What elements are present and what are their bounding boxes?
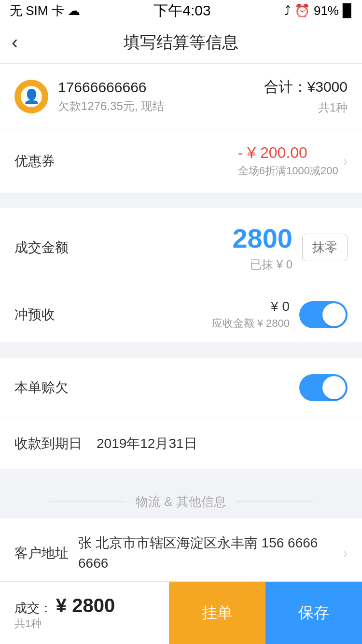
address-card: 客户地址 张 北京市市辖区海淀区永丰南 156 6666 6666 › [0,518,362,588]
precharge-label: 冲预收 [14,306,55,324]
coupon-amount: - ¥ 200.00 [238,144,338,162]
status-time: 下午4:03 [153,1,210,21]
deal-row: 成交金额 2800 已抹 ¥ 0 抹零 [0,208,362,287]
content: 👤 17666666666 欠款1276.35元, 现结 合计：¥3000 共1… [0,64,362,644]
precharge-right: ¥ 0 应收金额 ¥ 2800 [212,299,348,331]
section-divider: 物流 & 其他信息 [0,485,362,518]
duedate-label: 收款到期日 [14,434,82,453]
deal-amount: 2800 [232,223,292,254]
baddebt-toggle[interactable] [299,374,348,401]
nav-title: 填写结算等信息 [124,31,238,54]
total-sub: 共1种 [264,100,348,115]
save-button[interactable]: 保存 [265,582,362,644]
address-value: 张 北京市市辖区海淀区永丰南 156 6666 6666 [78,533,343,574]
avatar-icon: 👤 [21,86,42,107]
customer-total: 合计：¥3000 共1种 [264,77,348,115]
total-amount: 合计：¥3000 [264,77,348,97]
divider-2 [0,350,362,358]
section-divider-text: 物流 & 其他信息 [136,493,226,510]
customer-card: 👤 17666666666 欠款1276.35元, 现结 合计：¥3000 共1… [0,64,362,193]
customer-sub: 欠款1276.35元, 现结 [58,98,164,114]
summary-label: 成交： [14,601,52,615]
precharge-toggle[interactable] [299,301,348,328]
summary-amount: ¥ 2800 [56,595,115,616]
baddebt-label: 本单赊欠 [14,378,69,397]
battery-text: 91% [314,3,339,18]
deal-label: 成交金额 [14,238,69,257]
status-right: ⤴ ⏰ 91% ▉ [284,3,352,18]
precharge-main: ¥ 0 [212,299,290,314]
customer-info: 17666666666 欠款1276.35元, 现结 [58,79,164,114]
address-label: 客户地址 [14,544,69,562]
divider-line-right [236,502,313,502]
customer-phone: 17666666666 [58,79,164,96]
back-button[interactable]: ‹ [12,31,18,53]
divider-line-left [49,502,126,502]
precharge-row: 冲预收 ¥ 0 应收金额 ¥ 2800 [0,287,362,342]
coupon-sub: 全场6折满1000减200 [238,164,338,178]
baddebt-row: 本单赊欠 [0,358,362,418]
status-left: 无 SIM 卡 ☁ [10,2,80,19]
customer-row: 👤 17666666666 欠款1276.35元, 现结 合计：¥3000 共1… [0,64,362,129]
avatar: 👤 [14,80,48,113]
summary-sub: 共1种 [14,616,154,631]
address-row[interactable]: 客户地址 张 北京市市辖区海淀区永丰南 156 6666 6666 › [0,518,362,588]
bottom-summary-line1: 成交： ¥ 2800 [14,595,154,616]
deal-card: 成交金额 2800 已抹 ¥ 0 抹零 冲预收 ¥ 0 应收金额 ¥ 2800 [0,208,362,342]
customer-left: 👤 17666666666 欠款1276.35元, 现结 [14,79,164,114]
bottom-bar: 成交： ¥ 2800 共1种 挂单 保存 [0,581,362,644]
hang-button[interactable]: 挂单 [169,582,265,644]
duedate-value: 2019年12月31日 [97,434,197,453]
precharge-sub: 应收金额 ¥ 2800 [212,316,290,331]
nav-bar: ‹ 填写结算等信息 [0,21,362,64]
location-icon: ⤴ [284,3,291,18]
round-button[interactable]: 抹零 [302,234,348,261]
deal-sub: 已抹 ¥ 0 [232,257,292,272]
divider-3 [0,477,362,485]
coupon-chevron-icon: › [343,154,348,169]
status-bar: 无 SIM 卡 ☁ 下午4:03 ⤴ ⏰ 91% ▉ [0,0,362,21]
sim-text: 无 SIM 卡 ☁ [10,2,80,19]
duedate-row: 收款到期日 2019年12月31日 [0,418,362,469]
address-chevron-icon: › [343,546,348,561]
bottom-summary: 成交： ¥ 2800 共1种 [0,595,169,631]
coupon-right: - ¥ 200.00 全场6折满1000减200 › [238,144,348,178]
baddebt-card: 本单赊欠 收款到期日 2019年12月31日 [0,358,362,469]
precharge-amount: ¥ 0 应收金额 ¥ 2800 [212,299,290,331]
battery-icon: ▉ [343,3,352,18]
deal-right: 2800 已抹 ¥ 0 抹零 [232,223,348,272]
coupon-row[interactable]: 优惠券 - ¥ 200.00 全场6折满1000减200 › [0,129,362,193]
coupon-label: 优惠券 [14,152,55,170]
divider-1 [0,200,362,208]
alarm-icon: ⏰ [294,3,310,18]
